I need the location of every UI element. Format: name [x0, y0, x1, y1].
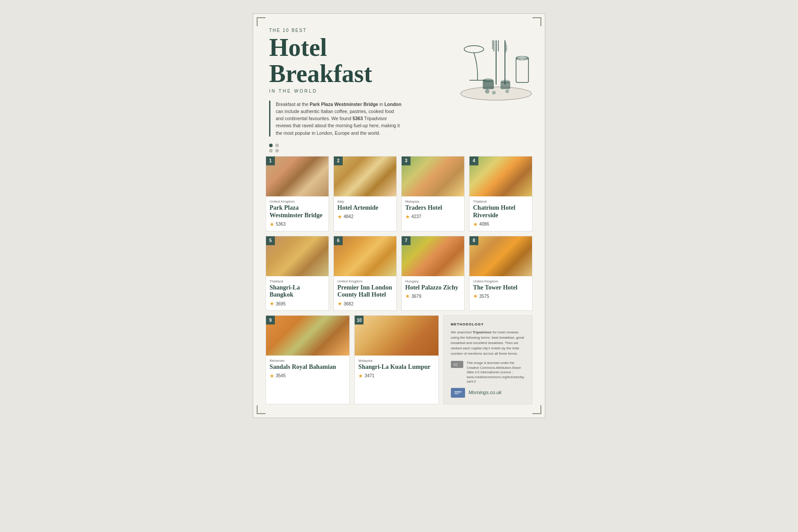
svg-point-14 [485, 89, 489, 94]
rank-badge-8: 8 [469, 236, 478, 245]
svg-point-16 [505, 90, 509, 93]
review-count-7: 3679 [411, 294, 421, 299]
star-icon-9: ★ [270, 373, 274, 379]
hotel-reviews-6: ★ 3682 [337, 301, 393, 307]
svg-rect-12 [516, 58, 528, 82]
hotel-name-4: Chatrium Hotel Riverside [473, 204, 528, 219]
hotel-reviews-5: ★ 3695 [270, 301, 325, 307]
hotel-image-4: 4 [469, 156, 532, 196]
svg-point-0 [461, 87, 532, 100]
hotel-reviews-1: ★ 5363 [270, 221, 325, 227]
hotel-country-10: Malaysia [358, 359, 434, 363]
hotel-name-1: Park Plaza Westminster Bridge [270, 204, 325, 219]
dot-1[interactable] [269, 144, 273, 147]
hotel-country-4: Thailand [473, 200, 528, 203]
review-count-1: 5363 [276, 222, 286, 227]
hotel-card-7: 7 Hungary Hotel Palazzo Zichy ★ 3679 [401, 236, 465, 311]
methodology-title: METHODOLOGY [451, 322, 525, 327]
hotel-image-1: 1 [266, 156, 329, 196]
dot-4[interactable] [275, 149, 279, 153]
hotel-name-10: Shangri-La Kuala Lumpur [358, 364, 434, 371]
star-icon-5: ★ [270, 301, 274, 307]
hotel-name-8: The Tower Hotel [473, 284, 528, 292]
hotel-country-9: Bahamas [270, 359, 346, 363]
cc-text: This image is licensed under the Creativ… [467, 361, 525, 384]
dot-2[interactable] [275, 144, 279, 147]
hotel-reviews-9: ★ 3545 [270, 373, 346, 379]
review-count-8: 3575 [479, 294, 489, 299]
hotel-card-3: 3 Malaysia Traders Hotel ★ 4237 [401, 156, 465, 231]
hotel-reviews-4: ★ 4086 [473, 221, 528, 227]
svg-point-9 [483, 78, 493, 82]
star-icon-3: ★ [405, 214, 410, 220]
hotel-image-8: 8 [469, 236, 532, 276]
poster: THE 10 BEST Hotel Breakfast IN THE WORLD… [253, 13, 545, 418]
rank-badge-2: 2 [334, 156, 343, 165]
hotel-name-9: Sandals Royal Bahamian [270, 364, 346, 371]
hotel-card-9: 9 Bahamas Sandals Royal Bahamian ★ 3545 [266, 315, 350, 404]
review-count-5: 3695 [276, 301, 286, 306]
review-count-10: 3471 [364, 373, 374, 378]
rank-badge-3: 3 [402, 156, 411, 165]
star-icon-2: ★ [337, 214, 342, 220]
hotel-country-1: United Kingdom [270, 200, 325, 203]
methodology-text: We searched Tripadvisor for hotel review… [451, 330, 525, 356]
hotel-country-6: United Kingdom [337, 279, 393, 283]
star-icon-6: ★ [337, 301, 342, 307]
methodology-box: METHODOLOGY We searched Tripadvisor for … [443, 315, 532, 404]
hotel-card-5: 5 Thailand Shangri-La Bangkok ★ 3695 [266, 236, 329, 311]
mornings-branding: Mornings.co.uk [451, 388, 525, 398]
hotel-image-7: 7 [402, 236, 464, 276]
hotels-row-2: 5 Thailand Shangri-La Bangkok ★ 3695 6 U… [266, 236, 532, 311]
hotel-image-6: 6 [334, 236, 396, 276]
svg-point-11 [501, 80, 510, 83]
hotel-image-9: 9 [266, 316, 349, 356]
hotel-card-2: 2 Italy Hotel Artemide ★ 4842 [333, 156, 397, 231]
svg-text:CC: CC [454, 363, 458, 366]
hero-illustration [438, 23, 536, 107]
hotel-card-1: 1 United Kingdom Park Plaza Westminster … [266, 156, 329, 231]
hotel-name-2: Hotel Artemide [337, 204, 393, 212]
svg-point-1 [464, 46, 484, 53]
header-section: THE 10 BEST Hotel Breakfast IN THE WORLD… [253, 14, 545, 144]
star-icon-8: ★ [473, 293, 478, 299]
hotel-reviews-2: ★ 4842 [337, 214, 393, 220]
cc-attribution: CC This image is licensed under the Crea… [451, 361, 525, 384]
review-count-9: 3545 [276, 373, 286, 378]
mornings-url: Mornings.co.uk [469, 389, 502, 396]
review-count-4: 4086 [479, 222, 489, 227]
title-line1: Hotel [269, 34, 327, 61]
hotel-image-2: 2 [334, 156, 396, 196]
hotel-reviews-7: ★ 3679 [405, 293, 461, 299]
hotel-country-5: Thailand [270, 279, 325, 283]
hotel-image-5: 5 [266, 236, 329, 276]
rank-badge-1: 1 [266, 156, 275, 165]
hotel-name-7: Hotel Palazzo Zichy [405, 284, 461, 292]
star-icon-1: ★ [270, 221, 274, 227]
title-line2: Breakfast [269, 60, 372, 87]
star-icon-7: ★ [405, 293, 410, 299]
hotel-reviews-8: ★ 3575 [473, 293, 528, 299]
rank-badge-7: 7 [402, 236, 411, 245]
rank-badge-5: 5 [266, 236, 275, 245]
star-icon-4: ★ [473, 221, 478, 227]
hotels-row-3: 9 Bahamas Sandals Royal Bahamian ★ 3545 … [266, 315, 532, 404]
hotel-reviews-10: ★ 3471 [358, 373, 434, 379]
hotel-name-5: Shangri-La Bangkok [270, 284, 325, 299]
dot-3[interactable] [269, 149, 273, 153]
rank-badge-4: 4 [469, 156, 478, 165]
nav-dots [253, 144, 545, 156]
hotel-country-7: Hungary [405, 279, 461, 283]
hotel-country-2: Italy [337, 200, 393, 203]
hotels-grid: 1 United Kingdom Park Plaza Westminster … [253, 156, 545, 418]
svg-point-15 [492, 91, 496, 94]
svg-rect-22 [453, 389, 463, 396]
hotel-reviews-3: ★ 4237 [405, 214, 461, 220]
hotel-card-4: 4 Thailand Chatrium Hotel Riverside ★ 40… [469, 156, 532, 231]
rank-badge-10: 10 [355, 316, 364, 325]
rank-badge-9: 9 [266, 316, 275, 325]
review-count-3: 4237 [411, 214, 421, 219]
hotel-country-8: United Kingdom [473, 279, 528, 283]
hotel-country-3: Malaysia [405, 200, 461, 203]
review-count-6: 3682 [344, 301, 353, 306]
